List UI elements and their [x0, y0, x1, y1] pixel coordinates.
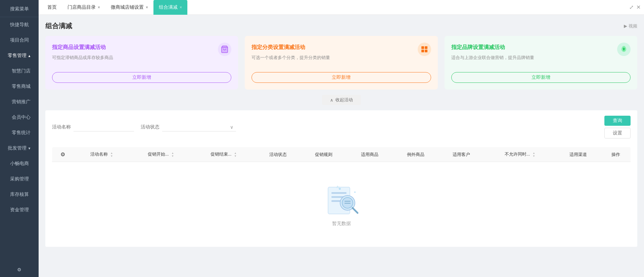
query-button[interactable]: 查询 [604, 116, 631, 126]
th-applicable-goods-label: 适用商品 [361, 152, 378, 157]
svg-line-11 [353, 208, 358, 213]
data-table: ⚙ 活动名称 ▲▼ 促销开始... ▲▼ 促销结束... [52, 147, 631, 247]
sidebar-item-retail-management[interactable]: 零售管理 ▲ [0, 48, 39, 63]
brand-card-title: 指定品牌设置满减活动 [451, 44, 631, 51]
sidebar-item-wholesale-management[interactable]: 批发管理 ▼ [0, 141, 39, 156]
product-card-title: 指定商品设置满减活动 [52, 44, 231, 51]
tab-combo-discount[interactable]: 组合满减 × [153, 0, 187, 15]
sort-icons[interactable]: ▲▼ [533, 152, 535, 158]
sidebar-item-xiaochang[interactable]: 小畅电商 [0, 156, 39, 171]
th-activity-name-label: 活动名称 [90, 152, 108, 157]
sidebar-item-label: 库存核算 [10, 191, 29, 198]
sort-icons[interactable]: ▲▼ [171, 152, 174, 158]
sidebar-item-finance[interactable]: 资金管理 [0, 202, 39, 218]
activity-status-filter: 活动状态 ∨ [141, 123, 236, 131]
th-promo-end-label: 促销结束... [211, 152, 232, 157]
filter-actions: 查询 设置 [604, 116, 631, 138]
tab-wechat-settings-close[interactable]: × [146, 5, 148, 10]
sidebar-item-label: 智慧门店 [12, 68, 31, 74]
chevron-down-icon: ∨ [230, 124, 233, 130]
category-card-add-button[interactable]: 立即新增 [251, 72, 431, 83]
table-header-activity-name: 活动名称 ▲▼ [74, 147, 130, 162]
empty-text: 暂无数据 [332, 221, 351, 227]
table-header-excluded-goods: 例外商品 [393, 147, 439, 162]
sidebar-item-retail-mall[interactable]: 零售商城 [0, 79, 39, 94]
sidebar-item-label: 资金管理 [10, 207, 29, 213]
sidebar-item-purchase[interactable]: 采购管理 [0, 171, 39, 187]
filter-table-container: 活动名称 活动状态 ∨ 查询 设置 [45, 110, 637, 247]
collapse-bar: ∧ 收起活动 [45, 95, 637, 105]
tab-home[interactable]: 首页 [42, 0, 62, 15]
sidebar-item-label: 营销推广 [12, 99, 31, 105]
empty-state-row: 暂无数据 [52, 162, 631, 247]
sidebar-settings-button[interactable]: ⚙ [0, 262, 39, 277]
th-applicable-channels-label: 适用渠道 [569, 152, 587, 157]
tab-bar: 首页 门店商品目录 × 微商城店铺设置 × 组合满减 × ⤢ ✕ [39, 0, 644, 15]
activity-status-select[interactable]: ∨ [162, 123, 236, 131]
sidebar-item-label: 零售统计 [12, 130, 31, 136]
sidebar-item-label: 批发管理 [8, 145, 27, 151]
setting-button[interactable]: 设置 [604, 128, 631, 138]
sidebar-search[interactable]: 搜索菜单 [0, 0, 39, 17]
table-header-no-concurrent: 不允许同时... ▲▼ [484, 147, 555, 162]
table-header-settings[interactable]: ⚙ [52, 147, 74, 162]
sidebar-item-smart-store[interactable]: 智慧门店 [0, 63, 39, 79]
activity-name-label: 活动名称 [52, 124, 71, 130]
th-promo-start-label: 促销开始... [148, 152, 169, 157]
activity-name-input[interactable] [74, 123, 134, 131]
activity-cards: 指定商品设置满减活动 可指定滞销商品或库存较多商品 立即新增 指定分类设置满减活… [45, 36, 637, 90]
tab-store-catalog[interactable]: 门店商品目录 × [62, 0, 105, 15]
gear-icon[interactable]: ⚙ [60, 152, 65, 157]
table-header-applicable-goods: 适用商品 [347, 147, 393, 162]
category-card-title: 指定分类设置满减活动 [251, 44, 431, 51]
video-label: 视频 [629, 23, 637, 29]
tab-combo-discount-close[interactable]: × [180, 5, 182, 10]
sidebar-item-label: 零售管理 [8, 53, 27, 59]
page-content: 组合满减 ▶ 视频 指定商品设置满减活动 可指定滞销商品或库存较多商品 [39, 15, 644, 277]
sidebar-item-project-contract[interactable]: 项目合同 [0, 33, 39, 48]
svg-rect-1 [421, 46, 424, 49]
brand-card-icon [617, 43, 631, 56]
sidebar-item-label: 采购管理 [10, 176, 29, 182]
sort-icons[interactable]: ▲▼ [110, 152, 113, 158]
svg-rect-2 [425, 46, 427, 49]
th-promo-rules-label: 促销规则 [315, 152, 332, 157]
sidebar-item-quick-nav[interactable]: 快捷导航 [0, 17, 39, 33]
maximize-icon[interactable]: ⤢ [629, 4, 634, 10]
collapse-label: 收起活动 [335, 97, 353, 103]
table-header-operations: 操作 [601, 147, 631, 162]
category-activity-card: 指定分类设置满减活动 可选一个或者多个分类，提升分类的销量 立即新增 [245, 36, 438, 90]
play-icon: ▶ [624, 23, 627, 29]
tab-wechat-settings[interactable]: 微商城店铺设置 × [105, 0, 153, 15]
table-header-activity-status: 活动状态 [255, 147, 301, 162]
settings-icon: ⚙ [17, 267, 21, 272]
sidebar-item-retail-stats[interactable]: 零售统计 [0, 125, 39, 141]
svg-rect-4 [425, 50, 427, 52]
page-title: 组合满减 [45, 21, 72, 31]
sidebar-item-label: 快捷导航 [10, 22, 29, 28]
product-card-icon [218, 43, 231, 56]
brand-activity-card: 指定品牌设置满减活动 适合与上游企业联合做营销，提升品牌销量 立即新增 [445, 36, 637, 90]
tab-combo-discount-label: 组合满减 [159, 4, 178, 10]
tab-store-catalog-close[interactable]: × [98, 5, 100, 10]
sidebar-item-member-center[interactable]: 会员中心 [0, 110, 39, 125]
empty-state: 暂无数据 [52, 162, 631, 247]
sidebar-item-inventory[interactable]: 库存核算 [0, 187, 39, 202]
collapse-button[interactable]: ∧ 收起活动 [322, 95, 361, 105]
product-card-add-button[interactable]: 立即新增 [52, 72, 231, 83]
brand-card-desc: 适合与上游企业联合做营销，提升品牌销量 [451, 54, 631, 67]
table-header-row: ⚙ 活动名称 ▲▼ 促销开始... ▲▼ 促销结束... [52, 147, 631, 162]
product-card-desc: 可指定滞销商品或库存较多商品 [52, 54, 231, 67]
activity-name-filter: 活动名称 [52, 123, 134, 131]
close-icon[interactable]: ✕ [636, 4, 641, 10]
sidebar-item-marketing[interactable]: 营销推广 [0, 94, 39, 110]
th-operations-label: 操作 [611, 152, 620, 157]
video-link[interactable]: ▶ 视频 [624, 23, 637, 29]
svg-rect-6 [331, 192, 347, 194]
collapse-up-icon: ∧ [330, 98, 333, 103]
brand-card-add-button[interactable]: 立即新增 [451, 72, 631, 83]
table-header-promo-start: 促销开始... ▲▼ [130, 147, 192, 162]
tab-wechat-settings-label: 微商城店铺设置 [111, 4, 144, 10]
window-controls: ⤢ ✕ [629, 4, 641, 10]
sort-icons[interactable]: ▲▼ [234, 152, 237, 158]
